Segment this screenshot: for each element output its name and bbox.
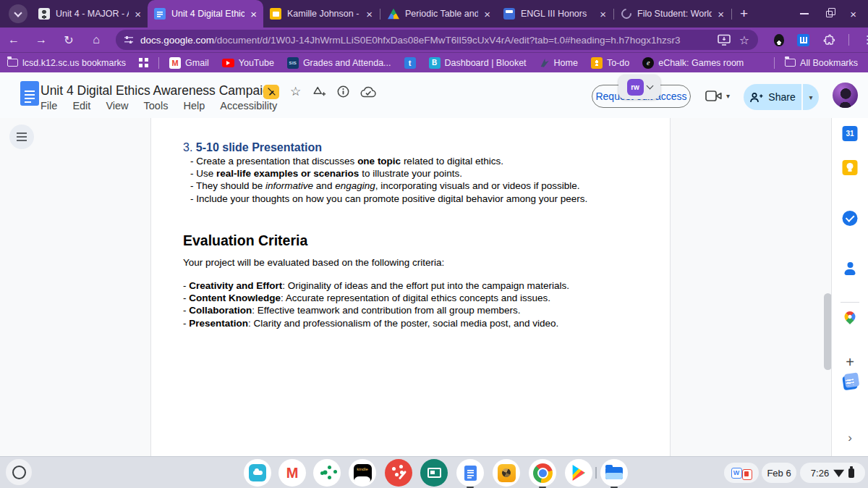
send-to-device-icon[interactable]	[718, 34, 731, 46]
bookmark-star-icon[interactable]: ☆	[739, 33, 749, 47]
back-button[interactable]: ←	[0, 33, 27, 46]
kindle-icon: kindle	[354, 464, 372, 482]
readwrite-extension-widget[interactable]: rw	[618, 75, 660, 99]
collapse-panel-button[interactable]: ›	[848, 431, 852, 445]
menu-accessibility[interactable]: Accessibility	[220, 100, 277, 112]
menu-file[interactable]: File	[41, 100, 57, 112]
move-to-drive-icon[interactable]	[312, 85, 326, 98]
shelf-app-kindle[interactable]: kindle	[349, 459, 376, 487]
new-tab-button[interactable]: +	[740, 6, 748, 22]
tab-close-icon[interactable]: ×	[135, 9, 141, 20]
menu-tools[interactable]: Tools	[144, 100, 169, 112]
doc-line: - Presentation: Clarity and professional…	[183, 317, 658, 329]
youtube-icon	[222, 59, 234, 67]
shelf-app-docs[interactable]	[456, 459, 484, 487]
bookmark-todo[interactable]: To-do	[591, 57, 629, 69]
minimize-button[interactable]	[800, 13, 809, 14]
tab-close-icon[interactable]: ×	[484, 9, 490, 20]
shelf-app-pinwheel[interactable]	[493, 459, 520, 487]
blooket-icon: B	[429, 57, 441, 69]
calendar-icon[interactable]: 31	[843, 126, 858, 141]
bookmark-label: Home	[554, 58, 578, 68]
open-windows-tray[interactable]: W	[724, 463, 759, 483]
tab-search-button[interactable]	[9, 4, 27, 23]
keep-icon[interactable]	[843, 160, 858, 175]
tab-unit4-digital-ethics-active[interactable]: Unit 4 Digital Ethics A ×	[148, 0, 263, 28]
bookmark-label: YouTube	[239, 58, 274, 68]
menu-view[interactable]: View	[106, 100, 128, 112]
tab-periodic-table[interactable]: Periodic Table and Tre ×	[381, 0, 497, 28]
bookmark-grades[interactable]: SIS Grades and Attenda...	[287, 57, 391, 69]
shelf-app-chrome[interactable]	[529, 459, 556, 487]
extensions-puzzle-icon[interactable]	[822, 33, 835, 46]
forward-button[interactable]: →	[27, 33, 55, 46]
shelf-app-play-store[interactable]	[565, 459, 592, 487]
chromeos-screen: Unit 4 - MAJOR - Awar × Unit 4 Digital E…	[0, 0, 868, 488]
browser-menu-button[interactable]: ⋮	[862, 33, 868, 46]
bookmark-youtube[interactable]: YouTube	[222, 58, 274, 68]
apps-grid-icon[interactable]	[139, 58, 148, 67]
tab-close-icon[interactable]: ×	[600, 9, 606, 20]
document-info-icon[interactable]	[337, 85, 349, 98]
bookmark-t-site[interactable]: t	[404, 57, 416, 69]
menu-edit[interactable]: Edit	[72, 100, 90, 112]
google-docs-logo-icon[interactable]	[20, 81, 39, 106]
shelf-app-cloud[interactable]	[244, 459, 271, 487]
save-status-cloud-icon[interactable]	[360, 86, 376, 98]
shelf-app-green-dots[interactable]	[313, 459, 341, 487]
share-person-icon	[749, 92, 763, 103]
shelf-app-gmail[interactable]: M	[278, 459, 306, 487]
doc-line: - Creativity and Effort: Originality of …	[183, 279, 658, 292]
tasks-icon[interactable]	[843, 211, 858, 226]
site-settings-icon[interactable]	[124, 35, 133, 44]
tab-engl-honors[interactable]: ENGL III Honors ×	[497, 0, 613, 28]
document-page[interactable]: 3. 5-10 slide Presentation - Create a pr…	[150, 118, 671, 456]
get-addons-button[interactable]: +	[846, 354, 854, 371]
restore-window-button[interactable]	[826, 11, 833, 17]
document-title[interactable]: Unit 4 Digital Ethics Awareness Campaign	[41, 83, 277, 98]
bookmark-home[interactable]: Home	[540, 58, 578, 68]
share-button[interactable]: Share	[744, 84, 801, 110]
bookmark-blooket[interactable]: B Dashboard | Blooket	[429, 57, 527, 69]
url-text[interactable]: docs.google.com/document/d/1W0J-14JhWrmL…	[140, 35, 709, 46]
folder-icon	[785, 59, 796, 67]
blue-bars-extension-icon[interactable]	[797, 34, 809, 46]
tab-close-icon[interactable]: ×	[250, 9, 257, 20]
tab-unit4-major[interactable]: Unit 4 - MAJOR - Awar ×	[32, 0, 148, 28]
tab-close-icon[interactable]: ×	[718, 9, 724, 20]
google-drive-favicon-icon	[388, 8, 399, 20]
addon-icon[interactable]	[842, 375, 857, 390]
bookmark-gmail[interactable]: M Gmail	[169, 57, 209, 69]
shelf-app-files[interactable]	[600, 459, 628, 487]
status-tray[interactable]: 7:26	[800, 463, 865, 483]
tab-close-icon[interactable]: ×	[366, 9, 373, 20]
contacts-icon[interactable]	[843, 261, 858, 277]
bookmark-managed-folder[interactable]: lcsd.k12.sc.us bookmarks	[7, 58, 126, 68]
close-window-button[interactable]: ×	[850, 9, 856, 20]
join-call-button[interactable]: ▾	[705, 90, 730, 102]
shelf-app-teal-card[interactable]	[420, 459, 448, 487]
star-document-icon[interactable]: ☆	[290, 84, 301, 99]
bookmark-echalk[interactable]: e eChalk: Games room	[642, 57, 744, 69]
maps-icon[interactable]	[842, 309, 857, 324]
reload-button[interactable]: ↻	[55, 33, 82, 47]
tab-filo-student[interactable]: Filo Student: World's C ×	[615, 0, 731, 28]
address-bar[interactable]: docs.google.com/document/d/1W0J-14JhWrmL…	[116, 30, 758, 50]
tab-title: Unit 4 Digital Ethics A	[171, 9, 244, 19]
launcher-button[interactable]	[6, 459, 32, 485]
penguin-extension-icon[interactable]	[774, 34, 784, 46]
date-tray[interactable]: Feb 6	[762, 463, 796, 483]
menu-help[interactable]: Help	[183, 100, 205, 112]
home-site-icon	[540, 58, 550, 68]
tab-kamille-johnson[interactable]: Kamille Johnson - Un ×	[263, 0, 379, 28]
all-bookmarks-button[interactable]: All Bookmarks	[785, 58, 858, 68]
share-dropdown-button[interactable]: ▾	[803, 84, 819, 110]
account-avatar[interactable]	[833, 83, 858, 108]
tab-title: Kamille Johnson - Un	[287, 9, 360, 19]
doc-bullet-list: - Create a presentation that discusses o…	[190, 155, 658, 205]
doc-line: - Collaboration: Effective teamwork and …	[183, 304, 658, 316]
gmail-icon: M	[169, 57, 181, 69]
home-button[interactable]: ⌂	[82, 33, 110, 46]
show-outline-button[interactable]	[9, 125, 34, 149]
shelf-app-canvas[interactable]	[385, 459, 412, 487]
